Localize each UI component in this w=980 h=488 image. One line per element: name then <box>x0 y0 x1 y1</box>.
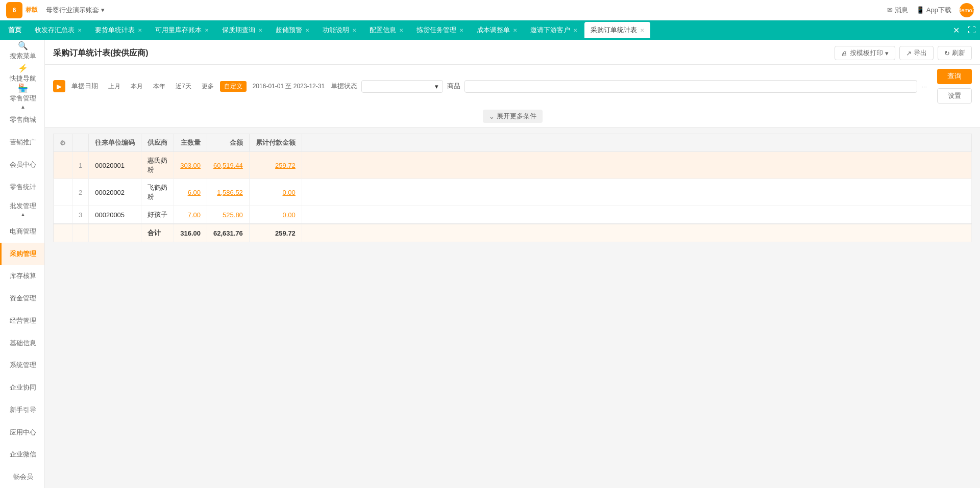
custom-badge[interactable]: 自定义 <box>220 81 247 92</box>
this-month-shortcut[interactable]: 本月 <box>127 81 147 92</box>
tab-function-desc[interactable]: 功能说明 ✕ <box>316 22 362 38</box>
more-options-icon[interactable]: ··· <box>921 83 927 90</box>
sidebar-item-enterprise-coop[interactable]: 企业协同 <box>0 376 44 399</box>
tab-config-info[interactable]: 配置信息 ✕ <box>363 22 409 38</box>
col-main-qty: 主数量 <box>174 134 207 152</box>
sidebar-item-member[interactable]: 畅会员 <box>0 466 44 488</box>
nav-tabs: 首页 收发存汇总表 ✕ 要货单统计表 ✕ 可用量库存账本 ✕ 保质期查询 ✕ 超… <box>0 20 980 40</box>
close-tab-icon[interactable]: ✕ <box>352 28 356 33</box>
retail-mgmt-icon: 🏪 <box>18 83 28 93</box>
sidebar-item-biz-mgmt[interactable]: 经营管理 <box>0 310 44 332</box>
close-tab-icon[interactable]: ✕ <box>399 28 403 33</box>
close-tab-icon[interactable]: ✕ <box>640 28 644 33</box>
sidebar-item-sys-mgmt[interactable]: 系统管理 <box>0 354 44 377</box>
more-shortcut[interactable]: 更多 <box>198 81 218 92</box>
sidebar-item-member-center[interactable]: 会员中心 <box>0 153 44 176</box>
cumulative-paid-cell[interactable]: 0.00 <box>249 179 302 206</box>
footer-main-qty: 316.00 <box>174 224 207 242</box>
user-avatar[interactable]: demo2 <box>960 3 974 17</box>
this-year-shortcut[interactable]: 本年 <box>149 81 169 92</box>
message-button[interactable]: ✉ 消息 <box>887 6 908 15</box>
unit-code-cell: 00020001 <box>89 152 141 179</box>
maximize-icon[interactable]: ⛶ <box>966 23 978 37</box>
print-button[interactable]: 🖨 按模板打印 ▾ <box>835 46 895 60</box>
cumulative-paid-cell[interactable]: 0.00 <box>249 206 302 224</box>
close-tab-icon[interactable]: ✕ <box>459 28 463 33</box>
export-button[interactable]: ↗ 导出 <box>899 46 934 60</box>
col-settings[interactable]: ⚙ <box>54 134 72 152</box>
last-month-shortcut[interactable]: 上月 <box>104 81 125 92</box>
top-bar-right: ✉ 消息 📱 App下载 demo2 <box>887 3 974 17</box>
chevron-down-icon: ▾ <box>435 83 438 90</box>
settings-button[interactable]: 设置 <box>937 88 972 104</box>
org-selector[interactable]: 母婴行业演示账套 ▾ <box>42 4 109 17</box>
tab-requisition-summary[interactable]: 要货单统计表 ✕ <box>89 22 148 38</box>
tab-pick-task[interactable]: 拣货任务管理 ✕ <box>410 22 470 38</box>
amount-cell[interactable]: 60,519.44 <box>207 152 250 179</box>
sidebar-item-retail-stats[interactable]: 零售统计 <box>0 176 44 198</box>
cumulative-paid-cell[interactable]: 259.72 <box>249 152 302 179</box>
tab-home[interactable]: 首页 <box>2 22 28 38</box>
sidebar-item-purchase-mgmt[interactable]: 采购管理 <box>0 243 44 265</box>
tab-receive-summary[interactable]: 收发存汇总表 ✕ <box>29 22 88 38</box>
refresh-button[interactable]: ↻ 刷新 <box>938 46 972 60</box>
sidebar-item-retail-mgmt[interactable]: 🏪 零售管理 ▲ <box>0 84 44 109</box>
footer-cumulative-paid: 259.72 <box>249 224 302 242</box>
expand-filter-button[interactable]: ⌄ 展开更多条件 <box>483 110 543 123</box>
close-all-tabs-icon[interactable]: ✕ <box>951 23 962 37</box>
last-7days-shortcut[interactable]: 近7天 <box>172 81 195 92</box>
close-tab-icon[interactable]: ✕ <box>305 28 309 33</box>
date-range-text: 2016-01-01 至 2023-12-31 <box>253 82 325 91</box>
close-tab-icon[interactable]: ✕ <box>258 28 262 33</box>
top-bar: 6 标版 母婴行业演示账套 ▾ ✉ 消息 📱 App下载 demo2 <box>0 0 980 20</box>
arrow-right-icon: ▶ <box>57 83 62 90</box>
close-tab-icon[interactable]: ✕ <box>205 28 209 33</box>
tab-purchase-summary[interactable]: 采购订单统计表 ✕ <box>584 22 650 38</box>
sidebar-item-new-guide[interactable]: 新手引导 <box>0 399 44 421</box>
table-container: ⚙ 往来单位编码 供应商 主数量 金额 累计付款金额 1 <box>45 127 980 488</box>
sidebar-item-basic-info[interactable]: 基础信息 <box>0 332 44 354</box>
close-tab-icon[interactable]: ✕ <box>78 28 82 33</box>
filter-toggle-button[interactable]: ▶ <box>53 80 65 92</box>
unit-code-cell: 00020002 <box>89 179 141 206</box>
date-shortcuts: 上月 本月 本年 近7天 更多 自定义 <box>104 81 247 92</box>
close-tab-icon[interactable]: ✕ <box>138 28 142 33</box>
sidebar-item-retail-shop[interactable]: 零售商城 <box>0 109 44 131</box>
amount-cell[interactable]: 525.80 <box>207 206 250 224</box>
row-settings-cell <box>54 206 72 224</box>
main-qty-cell[interactable]: 6.00 <box>174 179 207 206</box>
row-settings-cell <box>54 152 72 179</box>
app-download-button[interactable]: 📱 App下载 <box>916 6 951 15</box>
page-header: 采购订单统计表(按供应商) 🖨 按模板打印 ▾ ↗ 导出 ↻ 刷新 <box>45 40 980 65</box>
sidebar-item-ecommerce[interactable]: 电商管理 <box>0 220 44 243</box>
sidebar-item-inventory[interactable]: 库存核算 <box>0 265 44 288</box>
close-tab-icon[interactable]: ✕ <box>573 28 577 33</box>
tab-overstock-warning[interactable]: 超储预警 ✕ <box>270 22 315 38</box>
gear-icon[interactable]: ⚙ <box>60 139 66 147</box>
table-row[interactable]: 3 00020005 好孩子 7.00 525.80 0.00 <box>54 206 972 224</box>
table-row[interactable]: 1 00020001 惠氏奶粉 303.00 60,519.44 259.72 <box>54 152 972 179</box>
main-qty-cell[interactable]: 7.00 <box>174 206 207 224</box>
sidebar-item-quick-nav[interactable]: ⚡ 快捷导航 <box>0 62 44 85</box>
table-row[interactable]: 2 00020002 飞鹤奶粉 6.00 1,586.52 0.00 <box>54 179 972 206</box>
table-header-row: ⚙ 往来单位编码 供应商 主数量 金额 累计付款金额 <box>54 134 972 152</box>
sidebar-item-enterprise-wechat[interactable]: 企业微信 <box>0 443 44 466</box>
main-qty-cell[interactable]: 303.00 <box>174 152 207 179</box>
goods-input[interactable] <box>464 80 917 93</box>
close-tab-icon[interactable]: ✕ <box>513 28 517 33</box>
tab-cost-adjust[interactable]: 成本调整单 ✕ <box>471 22 523 38</box>
sidebar-item-search[interactable]: 🔍 搜索菜单 <box>0 40 44 62</box>
sidebar-item-app-center[interactable]: 应用中心 <box>0 421 44 444</box>
status-select[interactable]: ▾ <box>361 80 443 93</box>
amount-cell[interactable]: 1,586.52 <box>207 179 250 206</box>
col-extra <box>302 134 971 152</box>
tab-invite-downstream[interactable]: 邀请下游客户 ✕ <box>524 22 583 38</box>
sidebar-item-finance[interactable]: 资金管理 <box>0 287 44 310</box>
sidebar-item-wholesale-mgmt[interactable]: 批发管理 ▲ <box>0 198 44 220</box>
query-button[interactable]: 查询 <box>937 69 972 84</box>
logo-icon: 6 <box>6 2 22 18</box>
data-table: ⚙ 往来单位编码 供应商 主数量 金额 累计付款金额 1 <box>53 134 972 242</box>
sidebar-item-marketing[interactable]: 营销推广 <box>0 131 44 153</box>
tab-inventory-ledger[interactable]: 可用量库存账本 ✕ <box>149 22 215 38</box>
tab-shelf-life[interactable]: 保质期查询 ✕ <box>216 22 268 38</box>
